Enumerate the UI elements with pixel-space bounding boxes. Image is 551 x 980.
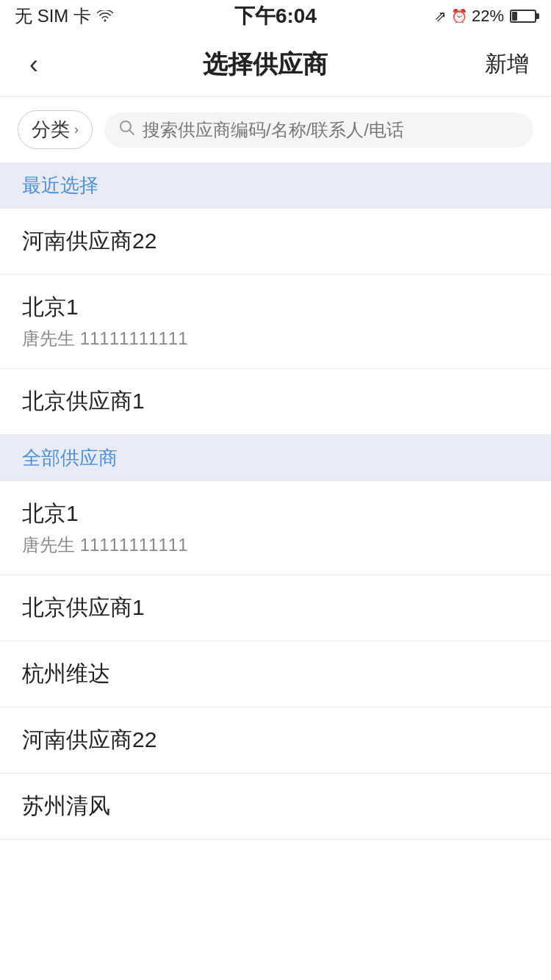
carrier-text: 无 SIM 卡 <box>15 4 91 28</box>
page-title: 选择供应商 <box>203 48 328 82</box>
back-button[interactable]: ‹ <box>22 42 46 87</box>
filter-bar: 分类 › <box>0 97 551 162</box>
item-name: 北京供应商1 <box>22 593 529 623</box>
recent-section-label: 最近选择 <box>22 174 98 196</box>
status-bar: 无 SIM 卡 下午6:04 ⇗ ⏰ 22% <box>0 0 551 32</box>
status-right: ⇗ ⏰ 22% <box>434 7 536 26</box>
add-button[interactable]: 新增 <box>485 49 529 79</box>
location-icon: ⇗ <box>434 7 447 25</box>
item-name: 河南供应商22 <box>22 725 529 755</box>
all-items-list: 北京1唐先生 11111111111北京供应商1杭州维达河南供应商22苏州清风 <box>0 481 551 840</box>
search-input[interactable] <box>143 120 519 140</box>
all-section-header: 全部供应商 <box>0 435 551 481</box>
recent-section-header: 最近选择 <box>0 162 551 209</box>
item-name: 河南供应商22 <box>22 226 529 256</box>
svg-line-1 <box>129 130 134 134</box>
status-time: 下午6:04 <box>234 2 317 30</box>
item-name: 北京1 <box>22 292 529 323</box>
list-item[interactable]: 北京供应商1 <box>0 575 551 641</box>
item-name: 苏州清风 <box>22 791 529 821</box>
search-box <box>104 112 533 148</box>
item-name: 北京1 <box>22 499 529 529</box>
list-item[interactable]: 北京1唐先生 11111111111 <box>0 275 551 369</box>
item-name: 杭州维达 <box>22 659 529 689</box>
wifi-icon <box>97 6 113 26</box>
category-label: 分类 <box>32 117 70 143</box>
recent-items-list: 河南供应商22北京1唐先生 11111111111北京供应商1 <box>0 209 551 435</box>
list-item[interactable]: 北京1唐先生 11111111111 <box>0 481 551 575</box>
battery-icon <box>510 10 536 23</box>
item-name: 北京供应商1 <box>22 386 529 417</box>
item-detail: 唐先生 11111111111 <box>22 533 529 557</box>
status-left: 无 SIM 卡 <box>15 4 113 28</box>
list-item[interactable]: 北京供应商1 <box>0 369 551 435</box>
battery-percent: 22% <box>472 7 504 26</box>
list-item[interactable]: 苏州清风 <box>0 774 551 840</box>
search-icon <box>119 120 135 140</box>
list-item[interactable]: 河南供应商22 <box>0 209 551 275</box>
item-detail: 唐先生 11111111111 <box>22 327 529 350</box>
nav-bar: ‹ 选择供应商 新增 <box>0 32 551 97</box>
category-button[interactable]: 分类 › <box>18 110 93 149</box>
all-section-label: 全部供应商 <box>22 447 118 469</box>
list-item[interactable]: 河南供应商22 <box>0 707 551 774</box>
chevron-right-icon: › <box>74 122 79 137</box>
alarm-icon: ⏰ <box>451 8 467 24</box>
list-item[interactable]: 杭州维达 <box>0 641 551 707</box>
